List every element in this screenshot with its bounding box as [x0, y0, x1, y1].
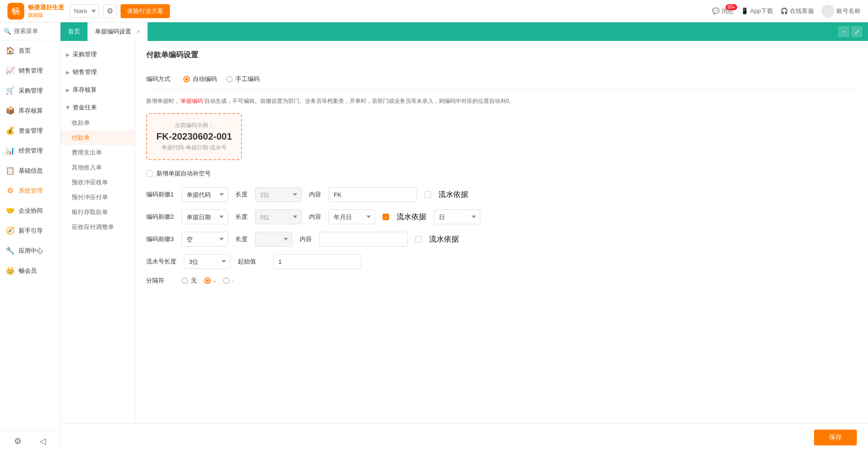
- content2-label: 内容: [309, 213, 321, 221]
- serial-len-select[interactable]: 3位 4位 5位: [184, 254, 230, 269]
- start-val-input[interactable]: [273, 254, 362, 269]
- prefix2-select[interactable]: 单据日期: [182, 209, 228, 224]
- menu-sub-pre-payment[interactable]: 预付冲应付单: [61, 190, 135, 205]
- sidebar-item-basic[interactable]: 📋 基础信息: [0, 161, 60, 181]
- menu-sub-adjust[interactable]: 应收应付调整单: [61, 220, 135, 235]
- sidebar-item-apps[interactable]: 🔧 应用中心: [0, 241, 60, 261]
- online-service-item[interactable]: 🎧 在线客服: [781, 7, 814, 15]
- sidebar-item-guide[interactable]: 🧭 新手引导: [0, 221, 60, 241]
- menu-group-inventory-title[interactable]: ▶ 库存核算: [61, 82, 135, 98]
- settings-bottom-btn[interactable]: ⚙: [14, 436, 21, 446]
- len1-label: 长度: [236, 190, 248, 199]
- operation-icon: 📊: [6, 146, 15, 155]
- messages-item[interactable]: 💬 消息 99+: [712, 7, 733, 15]
- tab-encode-label: 单据编码设置: [95, 27, 131, 36]
- auto-encode-radio[interactable]: [183, 76, 190, 82]
- example-code: FK-20230602-001: [156, 131, 232, 142]
- sep-dot-option[interactable]: ·: [223, 277, 234, 284]
- trial-button[interactable]: 体验行业方案: [121, 4, 170, 18]
- manual-encode-radio[interactable]: [226, 76, 233, 82]
- serial3-checkbox[interactable]: [415, 236, 422, 242]
- topbar-left: 畅 畅捷通好生意 旗舰版 Nare ⚙ 体验行业方案: [7, 3, 170, 20]
- sep-dot-radio[interactable]: [223, 277, 229, 284]
- sidebar-item-operation[interactable]: 📊 经营管理: [0, 141, 60, 161]
- menu-group-capital-title[interactable]: ▶ 资金往来: [61, 100, 135, 115]
- content-area: 首页 单据编码设置 × − ⤢ ▶ 采购管理: [61, 22, 868, 451]
- sidebar-label-sales: 销售管理: [19, 67, 43, 75]
- sep-dash-option[interactable]: -: [204, 277, 215, 284]
- prefix3-select[interactable]: 空: [182, 232, 228, 247]
- tab-encode-settings[interactable]: 单据编码设置 ×: [87, 22, 148, 41]
- purchase-icon: 🛒: [6, 86, 15, 95]
- save-button[interactable]: 保存: [814, 430, 857, 445]
- encode-mode-section: 编码方式 自动编码 手工编码: [146, 69, 857, 89]
- sidebar-item-finance[interactable]: 💰 资金管理: [0, 121, 60, 141]
- content3-input[interactable]: [319, 232, 408, 247]
- search-menu[interactable]: 🔍 搜索菜单: [0, 22, 60, 40]
- finance-icon: 💰: [6, 126, 15, 135]
- sidebar-item-inventory[interactable]: 📦 库存核算: [0, 101, 60, 121]
- serial2-checkbox[interactable]: ✓: [383, 214, 389, 220]
- sidebar-label-apps: 应用中心: [19, 247, 43, 255]
- collapse-btn[interactable]: ◁: [40, 436, 46, 446]
- content1-label: 内容: [309, 190, 321, 199]
- serial2-period-select[interactable]: 日 月 年: [434, 209, 480, 224]
- len1-select[interactable]: 2位: [255, 187, 302, 202]
- content2-select[interactable]: 年月日: [329, 209, 375, 224]
- sidebar-item-home[interactable]: 🏠 首页: [0, 40, 60, 61]
- sidebar-item-purchase[interactable]: 🛒 采购管理: [0, 81, 60, 101]
- content1-input[interactable]: [329, 187, 417, 202]
- basic-icon: 📋: [6, 166, 15, 175]
- settings-btn[interactable]: ⚙: [103, 4, 117, 18]
- minimize-btn[interactable]: −: [838, 26, 849, 37]
- sep-none-radio[interactable]: [182, 277, 188, 284]
- menu-sub-bank[interactable]: 银行存取款单: [61, 205, 135, 220]
- serial2-label: 流水依据: [397, 212, 426, 222]
- arrow-capital: ▶: [66, 106, 71, 109]
- sep-dash-radio[interactable]: [204, 277, 211, 284]
- menu-group-purchase-title[interactable]: ▶ 采购管理: [61, 47, 135, 62]
- auto-encode-option[interactable]: 自动编码: [183, 75, 217, 83]
- maximize-btn[interactable]: ⤢: [851, 26, 862, 37]
- menu-sub-expense[interactable]: 费用支出单: [61, 145, 135, 160]
- sidebar-item-collab[interactable]: 🤝 企业协同: [0, 201, 60, 221]
- sidebar-item-sales[interactable]: 📈 销售管理: [0, 61, 60, 81]
- menu-sub-payment[interactable]: 付款单: [61, 130, 135, 145]
- example-box: 当前编码示例： FK-20230602-001 单据代码-单据日期-流水号: [146, 113, 242, 160]
- menu-purchase-label: 采购管理: [73, 50, 97, 59]
- sidebar-label-purchase: 采购管理: [19, 87, 43, 95]
- menu-sub-receipt[interactable]: 收款单: [61, 115, 135, 130]
- logo-title: 畅捷通好生意: [28, 3, 64, 12]
- menu-group-sales-title[interactable]: ▶ 销售管理: [61, 64, 135, 80]
- search-icon: 🔍: [4, 28, 11, 35]
- len2-select[interactable]: 8位: [255, 209, 302, 224]
- bottom-bar: 保存: [61, 423, 868, 451]
- sidebar-label-finance: 资金管理: [19, 127, 43, 135]
- tab-home[interactable]: 首页: [61, 22, 87, 41]
- menu-group-purchase: ▶ 采购管理: [61, 47, 135, 62]
- manual-encode-option[interactable]: 手工编码: [226, 75, 260, 83]
- menu-sub-other-income[interactable]: 其他收入单: [61, 160, 135, 175]
- apps-icon: 🔧: [6, 246, 15, 255]
- message-badge: 99+: [726, 4, 737, 10]
- serial1-checkbox[interactable]: [424, 191, 431, 198]
- prefix2-label: 编码前缀2: [146, 213, 174, 221]
- company-select[interactable]: Nare: [70, 4, 99, 18]
- sidebar-item-vip[interactable]: 👑 畅会员: [0, 261, 60, 281]
- sidebar-label-inventory: 库存核算: [19, 107, 43, 115]
- user-profile[interactable]: 账号名称: [821, 5, 861, 18]
- vip-icon: 👑: [6, 266, 15, 275]
- menu-sub-pre-receipt[interactable]: 预收冲应收单: [61, 175, 135, 190]
- main-layout: 🔍 搜索菜单 🏠 首页 📈 销售管理 🛒 采购管理 📦 库存核算 💰: [0, 22, 868, 451]
- sidebar-label-vip: 畅会员: [19, 267, 37, 275]
- len3-select[interactable]: [255, 232, 292, 247]
- logo: 畅 畅捷通好生意 旗舰版: [7, 3, 64, 20]
- prefix1-select[interactable]: 单据代码: [182, 187, 228, 202]
- tab-close-btn[interactable]: ×: [137, 28, 140, 35]
- app-download-item[interactable]: 📱 App下载: [741, 7, 773, 15]
- prefix3-label: 编码前缀3: [146, 235, 174, 243]
- sidebar-label-home: 首页: [19, 47, 31, 55]
- sep-none-option[interactable]: 无: [182, 276, 197, 285]
- autofill-checkbox[interactable]: [146, 170, 153, 177]
- sidebar-item-system[interactable]: ⚙ 系统管理: [0, 181, 60, 201]
